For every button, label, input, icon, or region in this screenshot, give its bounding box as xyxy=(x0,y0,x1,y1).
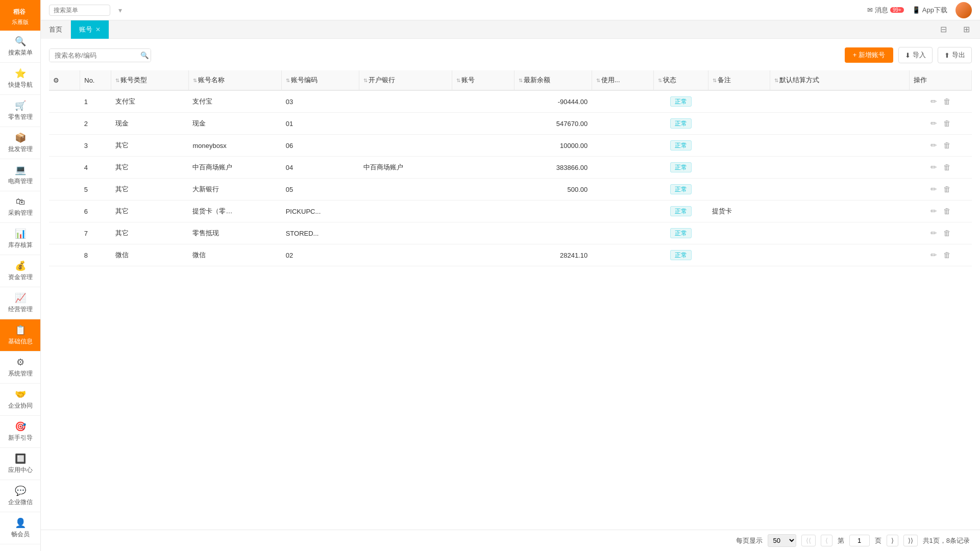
import-button[interactable]: ⬇ 导入 xyxy=(898,47,933,63)
row-code: STORED... xyxy=(282,222,359,244)
edit-button[interactable]: ✏ xyxy=(928,118,939,129)
row-default-settlement xyxy=(770,157,910,179)
row-balance: -90444.00 xyxy=(514,90,592,113)
first-page-button[interactable]: ⟨⟨ xyxy=(801,535,816,546)
row-bank xyxy=(359,222,452,244)
app-download-button[interactable]: 📱 App下载 xyxy=(912,6,947,15)
sidebar-item-purchase-mgmt[interactable]: 🛍 采购管理 xyxy=(0,191,40,223)
sidebar-item-new-guide[interactable]: 🎯 新手引导 xyxy=(0,416,40,448)
row-account xyxy=(452,135,514,157)
search-input[interactable] xyxy=(50,49,136,62)
row-actions: ✏ 🗑 xyxy=(910,222,972,244)
col-type[interactable]: ⇅账号类型 xyxy=(111,70,189,90)
col-account[interactable]: ⇅账号 xyxy=(452,70,514,90)
add-account-button[interactable]: + 新增账号 xyxy=(845,47,893,63)
row-actions: ✏ 🗑 xyxy=(910,157,972,179)
sidebar-item-search-menu[interactable]: 🔍 搜索菜单 xyxy=(0,31,40,63)
last-page-button[interactable]: ⟩⟩ xyxy=(903,535,918,546)
prev-page-button[interactable]: ⟨ xyxy=(821,535,832,546)
delete-button[interactable]: 🗑 xyxy=(941,184,953,194)
tab-minimize-button[interactable]: ⊟ xyxy=(934,24,953,34)
dropdown-chevron-icon[interactable]: ▾ xyxy=(118,6,122,14)
sidebar-item-enterprise-wechat[interactable]: 💬 企业微信 xyxy=(0,480,40,512)
page-input[interactable] xyxy=(849,535,870,546)
sidebar-item-ecommerce-mgmt[interactable]: 💻 电商管理 xyxy=(0,159,40,191)
next-page-button[interactable]: ⟩ xyxy=(887,535,898,546)
col-name[interactable]: ⇅账号名称 xyxy=(188,70,281,90)
col-remark[interactable]: ⇅备注 xyxy=(708,70,770,90)
page-size-select[interactable]: 50 10 20 100 xyxy=(768,534,796,547)
user-avatar[interactable] xyxy=(955,2,972,18)
tab-accounts-close-icon[interactable]: ✕ xyxy=(95,26,101,33)
col-bank[interactable]: ⇅开户银行 xyxy=(359,70,452,90)
delete-button[interactable]: 🗑 xyxy=(941,96,953,107)
sidebar-item-wholesale-mgmt[interactable]: 📦 批发管理 xyxy=(0,127,40,159)
row-usage xyxy=(592,244,654,266)
sidebar-item-retail-mgmt[interactable]: 🛒 零售管理 xyxy=(0,95,40,127)
sidebar-item-operation-mgmt-label: 经营管理 xyxy=(8,305,33,314)
search-menu-input[interactable] xyxy=(49,5,110,16)
row-settings-icon xyxy=(49,157,80,179)
purchase-mgmt-icon: 🛍 xyxy=(16,196,25,207)
sidebar-item-finance-mgmt[interactable]: 💰 资金管理 xyxy=(0,255,40,287)
sidebar-item-members-label: 畅会员 xyxy=(11,530,30,539)
sidebar-item-system-mgmt[interactable]: ⚙ 系统管理 xyxy=(0,352,40,384)
edit-button[interactable]: ✏ xyxy=(928,96,939,107)
export-button[interactable]: ⬆ 导出 xyxy=(938,47,972,63)
status-badge: 正常 xyxy=(670,184,692,194)
col-settings[interactable]: ⚙ xyxy=(49,70,80,90)
edit-button[interactable]: ✏ xyxy=(928,140,939,151)
page-label: 第 xyxy=(838,536,844,545)
tab-accounts[interactable]: 账号 ✕ xyxy=(71,20,109,39)
row-name: 支付宝 xyxy=(188,90,281,113)
tab-home-label: 首页 xyxy=(49,25,62,34)
edit-button[interactable]: ✏ xyxy=(928,228,939,239)
page-size-label: 每页显示 xyxy=(736,536,763,545)
col-balance[interactable]: ⇅最新余额 xyxy=(514,70,592,90)
row-account xyxy=(452,157,514,179)
sidebar-item-basic-info[interactable]: 📋 基础信息 xyxy=(0,319,40,352)
sidebar-item-enterprise-agreement[interactable]: 🤝 企业协同 xyxy=(0,384,40,416)
table-row: 3 其它 moneybosx 06 10000.00 正常 ✏ 🗑 xyxy=(49,135,972,157)
enterprise-agreement-icon: 🤝 xyxy=(15,389,26,400)
row-status: 正常 xyxy=(654,157,708,179)
row-remark xyxy=(708,244,770,266)
row-bank xyxy=(359,90,452,113)
edit-button[interactable]: ✏ xyxy=(928,162,939,173)
content-area: 🔍 + 新增账号 ⬇ 导入 ⬆ 导出 ⚙ No. ⇅账号类型 xyxy=(41,39,980,551)
col-use[interactable]: ⇅使用... xyxy=(592,70,654,90)
row-type: 其它 xyxy=(111,135,189,157)
row-balance: 547670.00 xyxy=(514,113,592,135)
row-settings-icon xyxy=(49,90,80,113)
row-usage xyxy=(592,90,654,113)
search-button[interactable]: 🔍 xyxy=(136,49,151,62)
row-usage xyxy=(592,201,654,222)
delete-button[interactable]: 🗑 xyxy=(941,249,953,260)
sidebar-item-members[interactable]: 👤 畅会员 xyxy=(0,512,40,544)
edit-button[interactable]: ✏ xyxy=(928,184,939,195)
sidebar-item-operation-mgmt[interactable]: 📈 经营管理 xyxy=(0,287,40,319)
delete-button[interactable]: 🗑 xyxy=(941,162,953,172)
delete-button[interactable]: 🗑 xyxy=(941,206,953,216)
delete-button[interactable]: 🗑 xyxy=(941,228,953,238)
row-bank xyxy=(359,201,452,222)
row-status: 正常 xyxy=(654,90,708,113)
row-remark xyxy=(708,222,770,244)
sidebar-item-inventory[interactable]: 📊 库存核算 xyxy=(0,223,40,255)
delete-button[interactable]: 🗑 xyxy=(941,140,953,151)
sidebar-item-app-center[interactable]: 🔲 应用中心 xyxy=(0,448,40,480)
col-code[interactable]: ⇅账号编码 xyxy=(282,70,359,90)
col-status[interactable]: ⇅状态 xyxy=(654,70,708,90)
edit-button[interactable]: ✏ xyxy=(928,206,939,217)
logo-text: 乐雁版 xyxy=(12,18,29,26)
messages-button[interactable]: ✉ 消息 99+ xyxy=(867,6,904,15)
tab-home[interactable]: 首页 xyxy=(41,20,71,39)
delete-button[interactable]: 🗑 xyxy=(941,118,953,129)
tab-expand-button[interactable]: ⊞ xyxy=(957,24,976,34)
row-settings-icon xyxy=(49,135,80,157)
sidebar-item-quick-nav[interactable]: ⭐ 快捷导航 xyxy=(0,63,40,95)
svg-text:稻谷: 稻谷 xyxy=(12,8,26,15)
col-default-settlement[interactable]: ⇅默认结算方式 xyxy=(770,70,910,90)
row-no: 1 xyxy=(80,90,111,113)
edit-button[interactable]: ✏ xyxy=(928,249,939,261)
